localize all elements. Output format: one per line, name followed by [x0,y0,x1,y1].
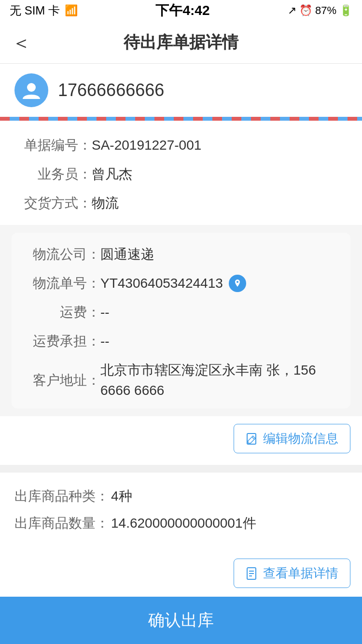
nav-bar: ＜ 待出库单据详情 [0,21,362,64]
logistics-company-value: 圆通速递 [100,244,339,265]
avatar [14,73,48,107]
delivery-method-label: 交货方式： [14,193,92,213]
edit-logistics-label: 编辑物流信息 [263,430,338,447]
view-detail-row: 查看单据详情 [0,551,362,600]
freight-bearer-value: -- [100,331,339,351]
location-pin-icon[interactable] [229,275,246,292]
goods-type-label: 出库商品种类： [14,487,111,505]
freight-label: 运费： [23,302,100,322]
logistics-card: 物流公司： 圆通速递 物流单号： YT43064053424413 运费： -- [12,233,350,408]
time-display: 下午4:42 [155,1,209,20]
battery-icon: 🔋 [339,4,352,17]
view-detail-button[interactable]: 查看单据详情 [234,559,350,588]
logistics-company-row: 物流公司： 圆通速递 [23,244,339,265]
salesman-value: 曾凡杰 [92,164,348,184]
dashed-divider [0,117,362,121]
order-no-row: 单据编号： SA-20191227-001 [14,135,348,155]
goods-quantity-label: 出库商品数量： [14,514,111,532]
battery-text: 87% [315,4,336,17]
document-icon [246,567,259,580]
address-row: 客户地址： 北京市市辖区海淀区永丰南 张，156 6666 6666 [23,360,339,401]
section-divider-1 [0,465,362,473]
order-no-label: 单据编号： [14,135,92,155]
freight-bearer-row: 运费承担： -- [23,331,339,351]
goods-quantity-value: 14.620000000000001件 [111,514,256,532]
salesman-row: 业务员： 曾凡杰 [14,164,348,184]
status-left: 无 SIM 卡 📶 [10,3,78,18]
carrier-text: 无 SIM 卡 [10,3,60,18]
edit-logistics-row: 编辑物流信息 [0,416,362,465]
tracking-no-row: 物流单号： YT43064053424413 [23,273,339,294]
edit-logistics-button[interactable]: 编辑物流信息 [234,424,350,453]
page-content: 17666666666 单据编号： SA-20191227-001 业务员： 曾… [0,64,362,644]
address-label: 客户地址： [23,370,100,391]
salesman-label: 业务员： [14,164,92,184]
back-button[interactable]: ＜ [12,33,31,52]
alarm-icon: ⏰ [299,4,312,17]
freight-bearer-label: 运费承担： [23,331,100,351]
order-info-section: 单据编号： SA-20191227-001 业务员： 曾凡杰 交货方式： 物流 [0,121,362,225]
delivery-method-row: 交货方式： 物流 [14,193,348,213]
goods-quantity-row: 出库商品数量： 14.620000000000001件 [14,514,348,532]
freight-row: 运费： -- [23,302,339,322]
confirm-bar[interactable]: 确认出库 [0,597,362,644]
freight-value: -- [100,302,339,322]
confirm-button-label: 确认出库 [148,609,214,631]
user-avatar-icon [21,80,42,101]
page-title: 待出库单据详情 [124,31,238,54]
customer-section: 17666666666 [0,64,362,117]
goods-type-value: 4种 [111,487,132,505]
status-bar: 无 SIM 卡 📶 下午4:42 ↗ ⏰ 87% 🔋 [0,0,362,21]
logistics-company-label: 物流公司： [23,244,100,265]
goods-section: 出库商品种类： 4种 出库商品数量： 14.620000000000001件 [0,473,362,551]
edit-icon [246,432,259,446]
view-detail-label: 查看单据详情 [263,565,338,582]
svg-point-0 [27,83,36,92]
tracking-no-value: YT43064053424413 [100,273,339,294]
order-no-value: SA-20191227-001 [92,135,348,155]
wifi-icon: 📶 [65,4,78,17]
delivery-method-value: 物流 [92,193,348,213]
customer-phone: 17666666666 [58,80,164,100]
goods-type-row: 出库商品种类： 4种 [14,487,348,505]
address-value: 北京市市辖区海淀区永丰南 张，156 6666 6666 [100,360,339,401]
tracking-no-label: 物流单号： [23,273,100,294]
status-right: ↗ ⏰ 87% 🔋 [288,4,352,17]
location-status-icon: ↗ [288,4,296,17]
